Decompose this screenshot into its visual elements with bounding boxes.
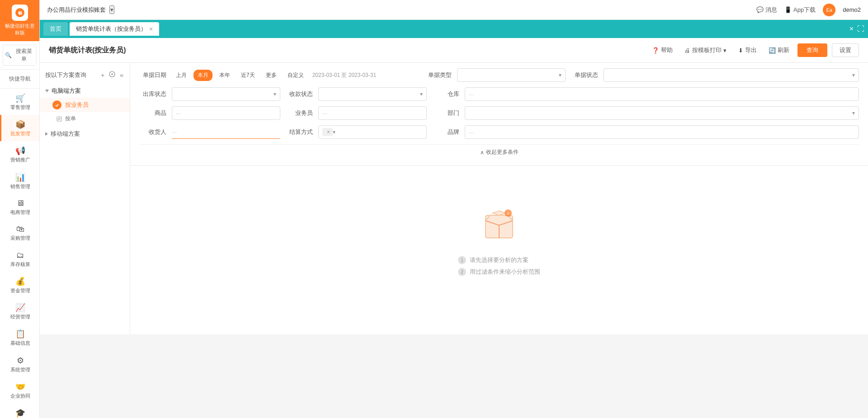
warehouse-select[interactable]: ··· (465, 87, 859, 101)
dept-arrow-icon: ▾ (852, 110, 855, 116)
search-menu-button[interactable]: 🔍 搜索菜单 (3, 45, 37, 66)
sidebar-item-ecommerce[interactable]: 🖥 电商管理 (0, 194, 39, 220)
app-download-button[interactable]: 📱 App下载 (784, 6, 816, 14)
top-header-right: 💬 消息 📱 App下载 Ea demo2 (756, 4, 861, 16)
quick-nav-label: 快捷导航 (9, 76, 31, 82)
add-scheme-button[interactable]: + (100, 71, 105, 80)
date-more-btn[interactable]: 更多 (262, 70, 281, 81)
header-title: 办公用品行业模拟账套 (47, 6, 106, 14)
sidebar-item-retail[interactable]: 🛒 零售管理 (0, 89, 39, 115)
top-header-left: 办公用品行业模拟账套 ▾ (47, 5, 114, 14)
sidebar-item-newbie[interactable]: 🎓 新手引导 (0, 404, 39, 418)
collapse-conditions-button[interactable]: ∧ 收起更多条件 (480, 148, 519, 156)
refresh-label: 刷新 (778, 46, 789, 54)
refresh-icon: 🔄 (769, 47, 776, 54)
export-label: 导出 (745, 46, 757, 54)
sidebar-item-sales[interactable]: 📊 销售管理 (0, 168, 39, 194)
quick-nav-button[interactable]: 快捷导航 (3, 73, 37, 85)
out-status-select[interactable]: ▾ (172, 87, 280, 101)
user-avatar[interactable]: Ea (823, 4, 835, 16)
sidebar-item-inventory-label: 库存核算 (10, 261, 30, 267)
message-button[interactable]: 💬 消息 (756, 6, 777, 14)
scheme-item-salesman[interactable]: 按业务员 (40, 98, 130, 112)
query-button[interactable]: 查询 (797, 43, 827, 57)
date-last-month-btn[interactable]: 上月 (172, 70, 191, 81)
out-status-label: 出库状态 (139, 90, 166, 98)
content-body: 按以下方案查询 + « (40, 63, 868, 334)
print-button[interactable]: 🖨 按模板打印 ▾ (681, 44, 730, 56)
ecommerce-icon: 🖥 (16, 199, 24, 208)
salesman-dots: ··· (322, 110, 423, 117)
sidebar-item-marketing[interactable]: 📢 营销推广 (0, 141, 39, 167)
print-label: 按模板打印 (692, 46, 722, 54)
date-label: 单据日期 (139, 71, 166, 79)
print-dropdown-icon: ▾ (723, 47, 726, 54)
quick-nav-area: 快捷导航 (0, 70, 39, 89)
settlement-tag-close-btn[interactable]: × (327, 129, 330, 135)
header-dropdown-button[interactable]: ▾ (109, 5, 114, 14)
tab-home[interactable]: 首页 (43, 22, 68, 36)
settlement-select[interactable]: × ▾ (318, 125, 427, 139)
receipt-status-label: 收款状态 (286, 90, 313, 98)
edit-scheme-button[interactable] (108, 70, 116, 80)
sidebar-item-basic[interactable]: 📋 基础信息 (0, 324, 39, 351)
sidebar-item-system-label: 系统管理 (10, 366, 30, 373)
sidebar-item-operation[interactable]: 📈 经营管理 (0, 298, 39, 324)
tab-active-report[interactable]: 销货单统计表（按业务员） × (70, 22, 159, 36)
retail-icon: 🛒 (15, 93, 25, 103)
salesman-select[interactable]: ··· (318, 106, 427, 120)
salesman-label: 业务员 (286, 109, 313, 117)
brand-dots: ··· (469, 129, 855, 136)
export-button[interactable]: ⬇ 导出 (735, 44, 760, 56)
mobile-scheme-group[interactable]: 移动端方案 (40, 127, 130, 141)
brand-label: 品牌 (432, 128, 459, 136)
goods-select[interactable]: ··· (172, 106, 280, 120)
tab-close-icon[interactable]: × (149, 25, 153, 33)
dept-select[interactable]: ▾ (465, 106, 859, 120)
sidebar-item-inventory[interactable]: 🗂 库存核算 (0, 246, 39, 272)
search-icon: 🔍 (5, 52, 12, 58)
date-last7-btn[interactable]: 近7天 (237, 70, 259, 81)
tab-bar: 首页 销货单统计表（按业务员） × × ⛶ (40, 20, 868, 38)
receipt-status-select[interactable]: ▾ (318, 87, 427, 101)
close-window-icon[interactable]: × (849, 25, 854, 33)
filter-row-4: 收货人 ··· 结算方式 × ▾ 品牌 (139, 125, 859, 139)
doc-status-select[interactable]: ▾ (604, 68, 859, 82)
doc-type-select[interactable]: ▾ (457, 68, 566, 82)
sidebar-item-purchase[interactable]: 🛍 采购管理 (0, 220, 39, 246)
empty-tips: 1 请先选择要分析的方案 2 用过滤条件来缩小分析范围 (458, 256, 540, 276)
warehouse-label: 仓库 (432, 90, 459, 98)
settings-button[interactable]: 设置 (832, 43, 859, 57)
left-panel-header: 按以下方案查询 + « (40, 67, 130, 82)
dept-label: 部门 (432, 109, 459, 117)
mobile-scheme-label: 移动端方案 (51, 130, 80, 138)
help-button[interactable]: ❓ 帮助 (648, 44, 676, 56)
empty-state-icon: ! (476, 202, 522, 247)
maximize-icon[interactable]: ⛶ (857, 25, 864, 33)
pc-scheme-header[interactable]: 电脑端方案 (40, 84, 130, 98)
collapse-panel-button[interactable]: « (119, 71, 124, 80)
mobile-group-expand-icon (45, 132, 48, 136)
svg-text:!: ! (508, 211, 509, 216)
date-this-month-btn[interactable]: 本月 (193, 70, 212, 81)
sidebar-item-system[interactable]: ⚙ 系统管理 (0, 351, 39, 377)
date-filter: 上月 本月 本年 近7天 更多 自定义 2023-03-01 至 2023-03… (172, 70, 419, 81)
sidebar-item-enterprise[interactable]: 🤝 企业协同 (0, 377, 39, 404)
tip-text-2: 用过滤条件来缩小分析范围 (470, 268, 540, 276)
scheme-sub-item-order[interactable]: 按单 (40, 112, 130, 125)
date-this-year-btn[interactable]: 本年 (215, 70, 234, 81)
refresh-button[interactable]: 🔄 刷新 (765, 44, 793, 56)
empty-tip-1: 1 请先选择要分析的方案 (458, 256, 540, 264)
consignee-input[interactable]: ··· (172, 125, 280, 139)
date-custom-btn[interactable]: 自定义 (283, 70, 308, 81)
sidebar-logo: 畅 畅捷信好生意 标版 (0, 0, 39, 41)
message-icon: 💬 (756, 6, 764, 13)
brand-select[interactable]: ··· (465, 125, 859, 139)
doc-type-label: 单据类型 (425, 71, 452, 79)
sidebar-item-wholesale-label: 批发管理 (10, 130, 30, 137)
sidebar-item-wholesale[interactable]: 📦 批发管理 (0, 115, 39, 141)
empty-state: ! 1 请先选择要分析的方案 2 用过滤条件来缩小分析范围 (130, 166, 868, 312)
active-scheme-label: 按业务员 (65, 101, 89, 109)
empty-tip-2: 2 用过滤条件来缩小分析范围 (458, 268, 540, 276)
sidebar-item-finance[interactable]: 💰 资金管理 (0, 272, 39, 298)
